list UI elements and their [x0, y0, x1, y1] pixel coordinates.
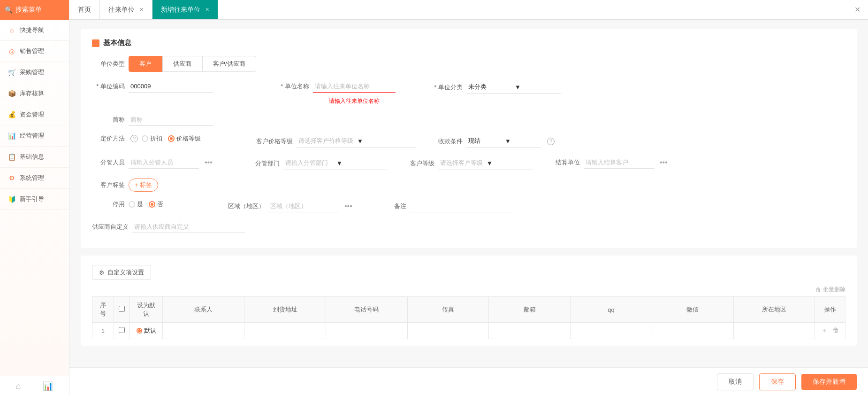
customer-level-label: 客户等级	[402, 159, 434, 168]
pricing-method-help[interactable]: ?	[130, 135, 138, 142]
supplier-custom-input[interactable]	[132, 221, 245, 233]
region-input[interactable]	[268, 200, 339, 212]
table-col-11: 操作	[815, 297, 845, 323]
row-phone[interactable]	[326, 323, 407, 339]
sidebar-bottom: ⌂ 📊	[0, 376, 69, 396]
payment-terms-select[interactable]: 现结 ▼	[466, 134, 541, 148]
sidebar-item-system[interactable]: ⚙系统管理	[0, 168, 69, 189]
settlement-unit-label: 结算单位	[547, 158, 580, 167]
pricing-method-label: 定价方法	[92, 134, 125, 143]
contacts-table: 序号设为默认联系人到货地址电话号码传真邮箱qq微信所在地区操作 1 默认 ＋ 🗑	[92, 296, 845, 339]
unit-name-label: * 单位名称	[276, 82, 309, 91]
section-icon	[92, 39, 99, 47]
section-title: 基本信息	[103, 39, 131, 47]
custom-settings-button[interactable]: ⚙ 自定义项设置	[92, 265, 151, 280]
sidebar-stats-icon[interactable]: 📊	[43, 381, 53, 391]
save-button[interactable]: 保存	[759, 373, 796, 390]
unit-type-supplier-button[interactable]: 供应商	[162, 56, 202, 72]
unit-name-input[interactable]	[313, 80, 396, 93]
disabled-no-radio[interactable]: 否	[149, 200, 163, 209]
row-address[interactable]	[244, 323, 326, 339]
notes-field: 备注	[373, 200, 514, 212]
unit-type-row: 单位类型 客户供应商客户/供应商	[92, 56, 845, 72]
payment-terms-chevron: ▼	[505, 138, 540, 145]
row-checkbox[interactable]	[114, 323, 129, 339]
row-select[interactable]	[119, 327, 125, 333]
sidebar-label-guide: 新手引导	[20, 195, 44, 203]
table-col-1[interactable]	[114, 297, 129, 323]
notes-label: 备注	[373, 202, 406, 210]
customer-price-level-select[interactable]: 请选择客户价格等级 ▼	[297, 134, 416, 148]
cancel-button[interactable]: 取消	[717, 373, 754, 390]
pricing-discount-radio[interactable]: 折扣	[142, 134, 162, 143]
section-header: 基本信息	[92, 39, 845, 47]
table-section-card: ⚙ 自定义项设置 🗑 批量删除 序号设为默认联系人到货地址电话号码传真邮箱qq微…	[81, 256, 857, 346]
pricing-method-radios: 折扣 价格等级	[142, 134, 201, 143]
tab-close-new-partner[interactable]: ✕	[205, 7, 209, 13]
sidebar-item-sales[interactable]: ◎销售管理	[0, 41, 69, 62]
tab-partner[interactable]: 往来单位✕	[100, 0, 152, 19]
sidebar-icon-operations: 📊	[8, 132, 16, 140]
tab-home[interactable]: 首页	[69, 0, 100, 19]
sidebar-item-inventory[interactable]: 📦库存核算	[0, 83, 69, 104]
tab-new-partner[interactable]: 新增往来单位✕	[152, 0, 218, 19]
table-select-all[interactable]	[119, 306, 125, 312]
settlement-unit-field: 结算单位 •••	[547, 156, 670, 169]
sidebar-label-quick-nav: 快捷导航	[20, 26, 44, 34]
payment-terms-value: 现结	[468, 137, 503, 145]
unit-category-select[interactable]: 未分类 ▼	[466, 80, 561, 94]
region-dots[interactable]: •••	[343, 201, 354, 211]
tab-bar: 首页往来单位✕新增往来单位✕ ✕	[69, 0, 868, 20]
row-actions[interactable]: ＋ 🗑	[815, 323, 845, 339]
row-email[interactable]	[489, 323, 571, 339]
table-col-4: 到货地址	[244, 297, 326, 323]
manager-input[interactable]	[129, 156, 199, 169]
row-fax[interactable]	[407, 323, 489, 339]
disabled-no-label: 否	[157, 200, 163, 209]
sidebar-item-basic[interactable]: 📋基础信息	[0, 147, 69, 168]
row-region[interactable]	[733, 323, 815, 339]
row-contact[interactable]	[163, 323, 244, 339]
sidebar-item-operations[interactable]: 📊经营管理	[0, 125, 69, 147]
unit-category-value: 未分类	[468, 83, 513, 91]
department-select[interactable]: 请输入分管部门 ▼	[283, 156, 388, 170]
row-qq[interactable]	[571, 323, 652, 339]
pricing-level-radio[interactable]: 价格等级	[168, 134, 201, 143]
add-tag-button[interactable]: + 标签	[129, 179, 158, 192]
pricing-row: 定价方法 ? 折扣 价格等级 客户价格等级	[92, 134, 845, 148]
save-and-new-button[interactable]: 保存并新增	[801, 374, 857, 390]
search-icon: 🔍	[5, 6, 13, 14]
row-delete-button[interactable]: 🗑	[832, 326, 839, 334]
sidebar-item-purchase[interactable]: 🛒采购管理	[0, 62, 69, 83]
payment-terms-help[interactable]: ?	[547, 138, 555, 145]
supplier-custom-field: 供应商自定义	[92, 221, 261, 233]
unit-type-label: 单位类型	[92, 60, 125, 68]
search-menu-button[interactable]: 🔍 搜索菜单	[0, 0, 69, 20]
disabled-yes-radio[interactable]: 是	[129, 200, 143, 209]
close-all-tabs-button[interactable]: ✕	[847, 5, 868, 14]
row-default[interactable]: 默认	[129, 323, 163, 339]
sidebar-item-finance[interactable]: 💰资金管理	[0, 104, 69, 125]
customer-level-select[interactable]: 请选择客户等级 ▼	[438, 156, 533, 170]
manager-dots[interactable]: •••	[203, 157, 214, 168]
tab-close-partner[interactable]: ✕	[139, 7, 144, 13]
batch-delete-icon: 🗑	[815, 287, 821, 293]
notes-input[interactable]	[410, 200, 514, 212]
sidebar-home-icon[interactable]: ⌂	[16, 381, 21, 391]
unit-type-both-button[interactable]: 客户/供应商	[202, 56, 256, 72]
sidebar-item-quick-nav[interactable]: ⌂快捷导航	[0, 20, 69, 41]
unit-type-customer-button[interactable]: 客户	[129, 56, 162, 72]
row-add-button[interactable]: ＋	[821, 326, 828, 334]
unit-code-input[interactable]	[129, 80, 213, 93]
table-col-5: 电话号码	[326, 297, 407, 323]
abbreviation-input[interactable]	[129, 114, 213, 126]
main-content: 首页往来单位✕新增往来单位✕ ✕ 基本信息 单位类型 客户供应商客户/供应商	[69, 0, 868, 396]
table-col-10: 所在地区	[733, 297, 815, 323]
settlement-unit-dots[interactable]: •••	[658, 157, 670, 168]
batch-delete-button[interactable]: 🗑 批量删除	[92, 286, 845, 294]
settlement-unit-input[interactable]	[584, 156, 654, 169]
unit-code-label: * 单位编码	[92, 82, 125, 91]
sidebar-item-guide[interactable]: 🔰新手引导	[0, 189, 69, 210]
row-wechat[interactable]	[652, 323, 733, 339]
pricing-level-label: 价格等级	[176, 134, 201, 143]
